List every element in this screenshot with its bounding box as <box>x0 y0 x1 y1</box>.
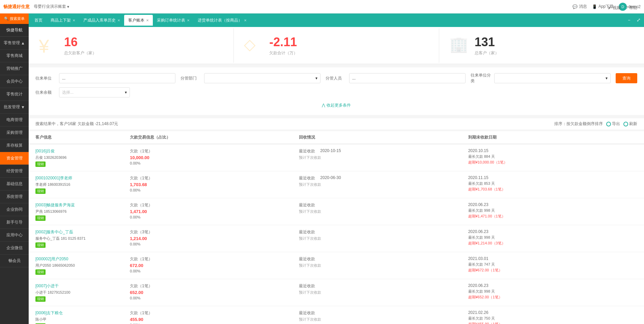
enterprise-label: 企业协同 <box>6 207 23 212</box>
collapse-more-btn[interactable]: ⋀ 收起更多条件 <box>35 101 637 110</box>
customer-name-5[interactable]: [0007]小进干 <box>35 283 130 289</box>
source-unit-placeholder: ... <box>62 76 65 81</box>
customer-phone-6: 陈小甲 <box>35 317 130 322</box>
customer-name-1[interactable]: [0001020001]李老师 <box>35 175 130 181</box>
tab-purchase-stats-close[interactable]: ✕ <box>244 19 247 22</box>
tab-product-online[interactable]: 商品上下架 ✕ <box>47 15 79 26</box>
sidebar-quick-nav[interactable]: 快捷导航 <box>0 24 29 37</box>
sidebar-item-apps[interactable]: 应用中心 <box>0 229 29 242</box>
export-btn[interactable]: 导出 <box>606 121 620 127</box>
sidebar-item-basic-info[interactable]: 基础信息 <box>0 178 29 190</box>
customer-name-3[interactable]: [0002]服务中心_丁磊 <box>35 229 130 235</box>
due-days-5: 最长欠款 998 天 <box>468 289 637 294</box>
tab-product-online-close[interactable]: ✕ <box>73 19 75 22</box>
batch-mgmt-label: 批发管理 <box>4 104 20 110</box>
due-overdue-5[interactable]: 超期¥652.00（1笔） <box>468 295 637 300</box>
payback-info-6: 最近收款 预计下次收款 <box>299 310 468 322</box>
sidebar-search[interactable]: 🔍 搜索菜单 <box>0 13 29 24</box>
tab-product-history-close[interactable]: ✕ <box>117 19 120 22</box>
customer-name-6[interactable]: [0006]去下粮仓 <box>35 310 130 316</box>
sidebar-item-operations[interactable]: 经营管理 <box>0 165 29 178</box>
tab-customer-account-close[interactable]: ✕ <box>146 19 149 22</box>
customer-tag-2: 现销 <box>35 215 46 221</box>
message-btn[interactable]: 💬 消息 <box>572 4 587 9</box>
table-row: [0001020001]李老师 李老师 18600391516 现销 欠款（1笔… <box>29 171 644 198</box>
tab-home[interactable]: 首页 <box>30 15 47 26</box>
tab-purchase-order[interactable]: 采购订单统计表 ✕ <box>153 15 194 26</box>
minimize-icon[interactable]: － <box>625 17 633 24</box>
sidebar-item-finance[interactable]: 资金管理 <box>0 152 29 165</box>
neg-icon: ◇ <box>244 35 264 56</box>
sidebar-item-batch-mgmt[interactable]: 批发管理 ▼ <box>0 101 29 114</box>
person-input[interactable]: ... <box>349 73 466 83</box>
tab-product-history-label: 产成品入库单历史 <box>83 18 116 23</box>
table-area: 客户信息 欠款交易信息（占比） 回收情况 到期未收款日期 [0016]吕俊 吕俊… <box>29 131 644 324</box>
customer-tag-1: 现销 <box>35 188 46 194</box>
sidebar-item-purchase[interactable]: 采购管理 <box>0 126 29 139</box>
debt-count-2: 欠款（1笔） <box>130 202 299 208</box>
due-overdue-2[interactable]: 超期¥1,471.00（1笔） <box>468 214 637 219</box>
dept-input[interactable]: ▾ <box>204 73 320 83</box>
header-payback: 回收情况 <box>299 135 468 140</box>
source-unit-input[interactable]: ... <box>59 73 175 83</box>
maximize-icon[interactable]: ⤢ <box>635 17 642 24</box>
customer-name-4[interactable]: [000002]用户2050 <box>35 256 130 262</box>
newbie-label: 新手引导 <box>6 220 23 225</box>
due-info-4: 2021.03.01 最长欠款 747 天 超期¥672.00（1笔） <box>468 256 637 273</box>
payback-info-0: 最近收款 2020-10-15 预计下次收款 <box>299 148 468 160</box>
sidebar-item-newbie[interactable]: 新手引导 <box>0 216 29 229</box>
dept-label: 分管部门 <box>180 76 204 81</box>
sidebar-item-system[interactable]: 系统管理 <box>0 190 29 203</box>
sidebar-item-retail-mgmt[interactable]: 零售管理 ▲ <box>0 37 29 50</box>
unit-classify-input[interactable]: ▾ <box>494 73 611 83</box>
sidebar-item-member2[interactable]: 畅会员 <box>0 255 29 267</box>
tab-customer-account[interactable]: 客户账本 ✕ <box>124 15 153 26</box>
due-overdue-1[interactable]: 超期¥1,703.68（1笔） <box>468 187 637 192</box>
balance-select[interactable]: 选择... ▾ <box>59 87 130 97</box>
due-overdue-4[interactable]: 超期¥672.00（1笔） <box>468 268 637 273</box>
filter-area: 往来单位 ... 分管部门 ▾ 分管人员 <box>29 67 644 115</box>
filter-source-unit: 往来单位 ... <box>35 73 175 83</box>
customer-name-2[interactable]: [0003]畅捷服务尹海蓝 <box>35 202 130 208</box>
stat-amount-text: -2.11 欠款合计（万） <box>269 35 298 56</box>
tab-home-label: 首页 <box>34 18 43 23</box>
sidebar-item-wechat[interactable]: 企业微信 <box>0 242 29 255</box>
due-overdue-6[interactable]: 超期¥455.90（1笔） <box>468 322 637 324</box>
tab-purchase-stats[interactable]: 进货单统计表（按商品） ✕ <box>194 15 251 26</box>
sidebar-item-ecommerce[interactable]: 电商管理 <box>0 114 29 126</box>
stat-total-text: 131 总客户（家） <box>475 35 499 56</box>
customer-name-0[interactable]: [0016]吕俊 <box>35 148 130 154</box>
sidebar-item-member[interactable]: 会员中心 <box>0 75 29 88</box>
due-overdue-3[interactable]: 超期¥1,214.00（3笔） <box>468 241 637 246</box>
search-menu-label: 搜索菜单 <box>10 17 25 21</box>
table-row: [0003]畅捷服务尹海蓝 尹燕 18513066976 现销 欠款（1笔） 1… <box>29 198 644 225</box>
results-right: 排序：按欠款金额倒序排序 导出 刷新 <box>554 121 637 127</box>
due-date-4: 2021.03.01 <box>468 256 637 261</box>
sidebar: 🔍 搜索菜单 快捷导航 零售管理 ▲ 零售商城 营销推广 会员中心 零售统计 <box>0 13 29 324</box>
page-content: ¥ 16 总欠款客户（家） ◇ -2.11 欠款合计（万） <box>29 27 644 324</box>
retail-mall-label: 零售商城 <box>6 53 23 58</box>
tab-purchase-order-label: 采购订单统计表 <box>157 18 185 23</box>
debt-percent-3: 0.00% <box>130 242 299 246</box>
circle-icon2 <box>623 122 628 126</box>
tab-purchase-order-close[interactable]: ✕ <box>187 19 190 22</box>
refresh-btn[interactable]: 刷新 <box>623 121 637 127</box>
sidebar-item-marketing[interactable]: 营销推广 <box>0 62 29 75</box>
tab-product-history[interactable]: 产成品入库单历史 ✕ <box>79 15 124 26</box>
filter-row-1: 往来单位 ... 分管部门 ▾ 分管人员 <box>35 72 637 84</box>
industry-select[interactable]: 母婴行业演示账套 ▾ <box>34 4 69 9</box>
stat-debt-amount: ◇ -2.11 欠款合计（万） <box>234 28 439 63</box>
marketing-label: 营销推广 <box>6 66 23 71</box>
sidebar-item-retail-stats[interactable]: 零售统计 <box>0 88 29 101</box>
balance-label: 往来余额 <box>35 90 59 95</box>
search-button[interactable]: 查询 <box>616 73 637 83</box>
sidebar-item-inventory[interactable]: 库存核算 <box>0 139 29 152</box>
member-label: 会员中心 <box>6 79 23 84</box>
due-overdue-0[interactable]: 超期¥10,000.00（1笔） <box>468 160 637 165</box>
sidebar-item-retail-mall[interactable]: 零售商城 <box>0 50 29 62</box>
sidebar-item-enterprise[interactable]: 企业协同 <box>0 203 29 216</box>
stat-debt-text: 16 总欠款客户（家） <box>64 35 96 56</box>
debt-info-5: 欠款（1笔） 652.00 0.00% <box>130 283 299 300</box>
top-bar: 畅捷通好生意 母婴行业演示账套 ▾ 💬 消息 📱 App下载 D demo2 <box>0 0 644 13</box>
payback-info-2: 最近收款 预计下次收款 <box>299 202 468 214</box>
